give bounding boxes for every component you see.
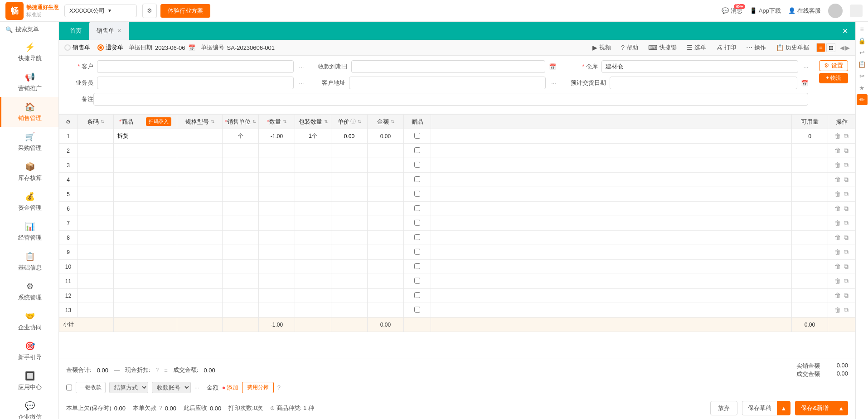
sidebar-item-operations[interactable]: 📊 经营管理 [0, 217, 58, 246]
row-barcode-6[interactable] [78, 202, 114, 216]
row-price-3[interactable] [331, 158, 368, 173]
right-panel-btn-1[interactable]: ≡ [857, 24, 868, 34]
one-click-btn[interactable]: 一键收款 [76, 382, 106, 393]
row-barcode-12[interactable] [78, 289, 114, 303]
row-remark-9[interactable] [431, 245, 792, 260]
save-new-btn[interactable]: 保存&新增 [795, 401, 834, 415]
row-gift-10[interactable] [404, 260, 431, 274]
right-panel-btn-7[interactable]: ✏ [857, 94, 868, 105]
delete-row-btn[interactable]: 🗑 [834, 291, 842, 300]
delivery-date-input[interactable] [610, 77, 797, 89]
copy-row-btn[interactable]: ⧉ [843, 305, 849, 315]
delete-row-btn[interactable]: 🗑 [834, 305, 842, 314]
row-spec-12[interactable] [177, 289, 223, 303]
sidebar-item-purchase[interactable]: 🛒 采购管理 [0, 127, 58, 157]
setup-btn[interactable]: ⚙ 设置 [819, 60, 848, 71]
row-barcode-13[interactable] [78, 303, 114, 318]
th-amount[interactable]: 金额 ⇅ [368, 115, 404, 129]
sidebar-item-sales[interactable]: 🏠 销售管理 [0, 97, 58, 127]
customer-addr-dots[interactable]: ··· [551, 80, 556, 87]
copy-row-btn[interactable]: ⧉ [843, 146, 849, 155]
customer-input[interactable] [97, 60, 294, 73]
salesperson-input[interactable] [97, 77, 294, 89]
tab-close-icon[interactable]: ✕ [117, 28, 121, 34]
row-price-11[interactable] [331, 274, 368, 289]
row-remark-8[interactable] [431, 231, 792, 245]
row-goods-12[interactable] [114, 289, 177, 303]
delivery-calendar-icon[interactable]: 📅 [801, 80, 808, 87]
row-goods-3[interactable] [114, 158, 177, 173]
row-price-4[interactable] [331, 173, 368, 187]
row-price-1[interactable] [331, 129, 368, 144]
row-price-8[interactable] [331, 231, 368, 245]
row-qty-2[interactable] [259, 144, 295, 158]
next-btn[interactable]: ▶ [845, 44, 850, 51]
sidebar-item-apps[interactable]: 🔲 应用中心 [0, 366, 58, 396]
row-goods-6[interactable] [114, 202, 177, 216]
copy-row-btn[interactable]: ⧉ [843, 262, 849, 271]
row-qty-4[interactable] [259, 173, 295, 187]
delete-row-btn[interactable]: 🗑 [834, 160, 842, 169]
history-btn[interactable]: 📋 历史单据 [773, 43, 812, 53]
row-barcode-8[interactable] [78, 231, 114, 245]
row-spec-7[interactable] [177, 216, 223, 231]
row-spec-1[interactable] [177, 129, 223, 144]
row-remark-5[interactable] [431, 187, 792, 202]
delete-row-btn[interactable]: 🗑 [834, 146, 842, 155]
account-select[interactable]: 收款账号 [152, 382, 191, 393]
row-barcode-5[interactable] [78, 187, 114, 202]
right-panel-btn-4[interactable]: 📋 [857, 59, 868, 70]
right-panel-btn-3[interactable]: ↩ [857, 47, 868, 58]
salesperson-dots[interactable]: ··· [299, 80, 304, 87]
add-payment-btn[interactable]: ● 添加 [222, 384, 238, 392]
copy-row-btn[interactable]: ⧉ [843, 233, 849, 242]
sidebar-item-wechat[interactable]: 💬 企业微信 [0, 396, 58, 419]
delete-row-btn[interactable]: 🗑 [834, 233, 842, 242]
row-spec-2[interactable] [177, 144, 223, 158]
row-gift-3[interactable] [404, 158, 431, 173]
copy-row-btn[interactable]: ⧉ [843, 204, 849, 213]
sidebar-item-marketing[interactable]: 📢 营销推广 [0, 67, 58, 97]
logistics-btn[interactable]: + 物流 [819, 73, 848, 83]
row-gift-2[interactable] [404, 144, 431, 158]
row-remark-6[interactable] [431, 202, 792, 216]
th-gift[interactable]: 赠品 [404, 115, 431, 129]
row-remark-11[interactable] [431, 274, 792, 289]
help-btn[interactable]: ? 帮助 [618, 43, 641, 53]
payment-method-select[interactable]: 结算方式 [109, 382, 148, 393]
row-spec-10[interactable] [177, 260, 223, 274]
row-price-7[interactable] [331, 216, 368, 231]
row-gift-9[interactable] [404, 245, 431, 260]
delete-row-btn[interactable]: 🗑 [834, 189, 842, 198]
row-qty-11[interactable] [259, 274, 295, 289]
th-price[interactable]: 单价 ⓘ ⇅ [331, 115, 368, 129]
warehouse-input[interactable] [601, 60, 798, 73]
view-list-btn[interactable]: ≡ [816, 43, 825, 52]
copy-row-btn[interactable]: ⧉ [843, 218, 849, 228]
row-goods-13[interactable] [114, 303, 177, 318]
operation-btn[interactable]: ⋯ 操作 [743, 43, 769, 53]
row-gift-13[interactable] [404, 303, 431, 318]
row-qty-8[interactable] [259, 231, 295, 245]
th-goods[interactable]: *商品 扫码录入 [114, 115, 177, 129]
copy-row-btn[interactable]: ⧉ [843, 175, 849, 184]
row-spec-13[interactable] [177, 303, 223, 318]
sidebar-search[interactable]: 🔍 搜索菜单 [0, 22, 58, 37]
row-gift-4[interactable] [404, 173, 431, 187]
warehouse-dots[interactable]: ··· [804, 63, 809, 70]
tab-sales-order[interactable]: 销售单 ✕ [89, 22, 129, 40]
payment-calendar-icon[interactable]: 📅 [549, 63, 556, 70]
row-remark-2[interactable] [431, 144, 792, 158]
row-remark-4[interactable] [431, 173, 792, 187]
row-spec-5[interactable] [177, 187, 223, 202]
row-gift-5[interactable] [404, 187, 431, 202]
row-spec-9[interactable] [177, 245, 223, 260]
fee-btn[interactable]: 费用分摊 [242, 382, 274, 393]
row-barcode-10[interactable] [78, 260, 114, 274]
row-gift-11[interactable] [404, 274, 431, 289]
copy-row-btn[interactable]: ⧉ [843, 247, 849, 257]
row-remark-7[interactable] [431, 216, 792, 231]
row-qty-13[interactable] [259, 303, 295, 318]
user-menu-btn[interactable] [850, 5, 863, 17]
view-grid-btn[interactable]: ⊞ [826, 43, 835, 52]
